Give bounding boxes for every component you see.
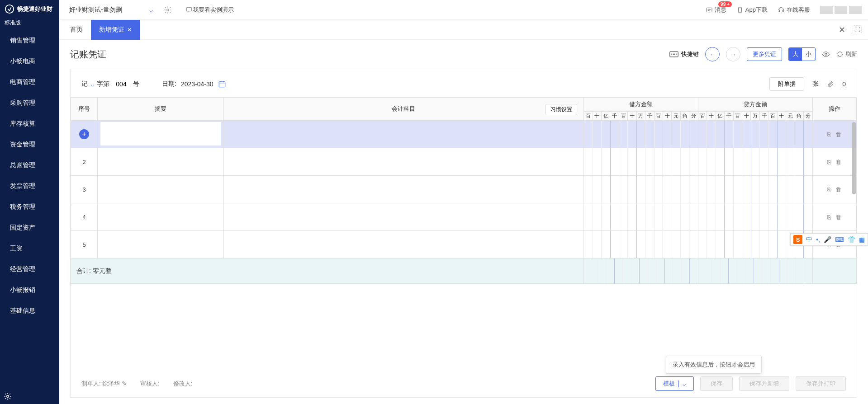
table-row: 4 ⎘🗑 <box>71 203 857 231</box>
copy-row-icon[interactable]: ⎘ <box>827 214 831 221</box>
chevron-down-icon[interactable]: ⌵ <box>90 80 94 88</box>
settings-button[interactable] <box>164 6 172 14</box>
credit-cell[interactable] <box>698 121 812 148</box>
voucher-suffix: 号 <box>133 80 139 88</box>
copy-row-icon[interactable]: ⎘ <box>827 186 831 193</box>
next-button[interactable]: → <box>726 47 740 61</box>
table-row: + ⎘🗑 <box>71 121 857 148</box>
nav-item[interactable]: 小畅报销 <box>0 280 59 301</box>
th-op: 操作 <box>812 98 856 121</box>
nav-item[interactable]: 库存核算 <box>0 113 59 134</box>
nav-item[interactable]: 工资 <box>0 238 59 259</box>
ime-mic-icon[interactable]: 🎤 <box>824 236 831 243</box>
nav-item[interactable]: 采购管理 <box>0 93 59 113</box>
copy-row-icon[interactable]: ⎘ <box>827 131 831 138</box>
tab-home[interactable]: 首页 <box>62 20 91 40</box>
sidebar: 畅捷通好业财 标准版 销售管理 小畅电商 电商管理 采购管理 库存核算 资金管理… <box>0 0 59 404</box>
ime-punct-icon[interactable]: •, <box>816 236 820 243</box>
close-icon[interactable]: ✕ <box>127 27 132 33</box>
preview-button[interactable] <box>822 50 830 58</box>
sidebar-settings[interactable] <box>0 389 59 404</box>
ime-skin-icon[interactable]: 👕 <box>848 236 855 243</box>
attach-button[interactable]: 附单据 <box>769 77 804 91</box>
th-credit: 贷方金额 <box>698 98 812 112</box>
svg-point-0 <box>5 5 14 13</box>
nav-item[interactable]: 基础信息 <box>0 301 59 321</box>
message-icon <box>706 6 713 14</box>
footer: 制单人: 徐泽华 ✎ 审核人: 修改人: 模板⌵ 保存 保存并新增 保存并打印 … <box>71 370 857 397</box>
add-row-button[interactable]: + <box>79 129 89 139</box>
gear-icon <box>4 392 12 400</box>
habit-settings-button[interactable]: 习惯设置 <box>545 104 577 115</box>
size-large[interactable]: 大 <box>789 48 802 61</box>
save-new-button: 保存并新增 <box>739 376 789 391</box>
org-selector[interactable]: 好业财测试-量勿删 ⌵ <box>66 4 157 16</box>
scrollbar[interactable] <box>852 122 856 194</box>
nav-item[interactable]: 税务管理 <box>0 197 59 217</box>
app-download-link[interactable]: App下载 <box>736 6 768 14</box>
summary-input[interactable] <box>100 122 221 146</box>
tooltip: 录入有效信息后，按钮才会启用 <box>666 356 762 374</box>
svg-point-2 <box>166 9 169 11</box>
nav-item[interactable]: 销售管理 <box>0 30 59 51</box>
table-row: 3 ⎘🗑 <box>71 176 857 203</box>
eye-icon <box>822 50 830 58</box>
sheet-label: 张 <box>812 80 819 88</box>
th-subject: 会计科目 习惯设置 <box>223 98 584 121</box>
table-row: 2 ⎘🗑 <box>71 148 857 176</box>
size-small[interactable]: 小 <box>802 48 815 61</box>
refresh-icon <box>836 51 844 58</box>
logo: 畅捷通好业财 <box>0 0 59 18</box>
svg-point-1 <box>7 395 9 398</box>
gear-icon <box>164 6 172 14</box>
nav-item[interactable]: 经营管理 <box>0 259 59 280</box>
delete-row-icon[interactable]: 🗑 <box>835 159 841 165</box>
nav-item[interactable]: 总账管理 <box>0 155 59 176</box>
nav-item[interactable]: 资金管理 <box>0 134 59 155</box>
tab-current[interactable]: 新增凭证✕ <box>91 20 140 40</box>
template-button[interactable]: 模板⌵ <box>655 376 694 391</box>
size-toggle: 大 小 <box>788 47 816 61</box>
nav-item[interactable]: 电商管理 <box>0 72 59 93</box>
paperclip-icon[interactable] <box>827 80 834 88</box>
ime-toolbar[interactable]: S 中 •, 🎤 ⌨ 👕 ▦ <box>790 233 868 246</box>
sogou-icon: S <box>793 235 802 244</box>
ime-menu-icon[interactable]: ▦ <box>859 236 865 243</box>
support-link[interactable]: 在线客服 <box>778 6 810 14</box>
main: 好业财测试-量勿删 ⌵ 我要看实例演示 消息 99 + App下载 <box>59 0 868 404</box>
th-summary: 摘要 <box>98 98 223 121</box>
edit-icon[interactable]: ✎ <box>122 380 127 387</box>
svg-rect-7 <box>219 82 225 87</box>
avatar[interactable] <box>820 6 862 14</box>
shortcut-button[interactable]: 快捷键 <box>669 50 699 58</box>
ime-lang[interactable]: 中 <box>806 235 812 244</box>
close-all-tabs[interactable]: ✕ <box>839 25 845 35</box>
nav-item[interactable]: 发票管理 <box>0 176 59 197</box>
refresh-button[interactable]: 刷新 <box>836 50 857 58</box>
copy-row-icon[interactable]: ⎘ <box>827 159 831 165</box>
chevron-down-icon: ⌵ <box>678 381 686 387</box>
nav-item[interactable]: 固定资产 <box>0 217 59 238</box>
demo-link[interactable]: 我要看实例演示 <box>185 6 234 14</box>
calendar-icon[interactable] <box>218 80 226 88</box>
badge: 99 + <box>718 1 732 7</box>
total-row: 合计: 零元整 <box>71 258 857 284</box>
attachment-count: 0 <box>842 80 846 88</box>
svg-rect-4 <box>739 7 742 13</box>
date-value[interactable]: 2023-04-30 <box>181 80 213 88</box>
delete-row-icon[interactable]: 🗑 <box>835 131 841 138</box>
nav-item[interactable]: 小畅电商 <box>0 51 59 72</box>
delete-row-icon[interactable]: 🗑 <box>835 214 841 221</box>
debit-cell[interactable] <box>584 121 698 148</box>
nav: 销售管理 小畅电商 电商管理 采购管理 库存核算 资金管理 总账管理 发票管理 … <box>0 30 59 389</box>
delete-row-icon[interactable]: 🗑 <box>835 186 841 193</box>
ime-keyboard-icon[interactable]: ⌨ <box>835 236 844 243</box>
messages-link[interactable]: 消息 99 + <box>706 6 726 14</box>
prev-button[interactable]: ← <box>705 47 720 61</box>
more-vouchers-link[interactable]: 更多凭证 <box>747 47 782 61</box>
subject-cell[interactable] <box>223 121 584 148</box>
fullscreen-button[interactable]: ⛶ <box>853 25 862 34</box>
page-header: 记账凭证 快捷键 ← → 更多凭证 大 小 刷新 <box>59 40 868 69</box>
phone-icon <box>736 6 744 14</box>
voucher-number-input[interactable] <box>112 80 130 88</box>
